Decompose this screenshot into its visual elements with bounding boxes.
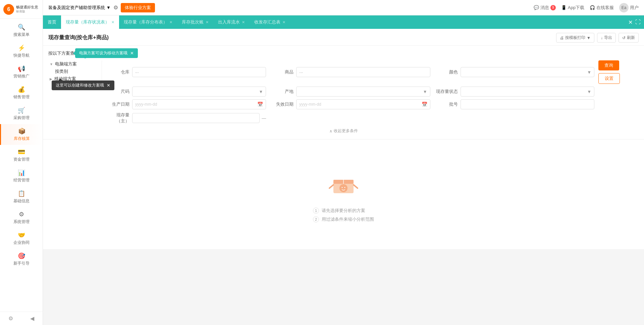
tab-home[interactable]: 首页 [43, 15, 61, 29]
empty-step-1: 1 请先选择要分析的方案 [313, 208, 374, 214]
sidebar-item-sales-label: 销售管理 [13, 94, 30, 100]
sidebar-item-sales[interactable]: 💰 销售管理 [0, 83, 43, 103]
sidebar-item-search-menu[interactable]: 🔍 搜索菜单 [0, 20, 43, 41]
system-selector[interactable]: 装备及固定资产辅助管理系统 ▼ [48, 5, 111, 11]
tooltip1-close-icon[interactable]: ✕ [130, 51, 134, 56]
tab-inventory-batch-close[interactable]: ✕ [206, 20, 209, 24]
sidebar-item-purchase[interactable]: 🛒 采购管理 [0, 103, 43, 124]
reset-button[interactable]: 设置 [598, 73, 620, 84]
sidebar-item-enterprise[interactable]: 🤝 企业协同 [0, 228, 43, 249]
product-ellipsis-icon: ··· [299, 70, 303, 75]
user-item[interactable]: Ea 用户 [619, 3, 639, 12]
size-select[interactable]: ▼ [132, 87, 266, 97]
sales-icon: 💰 [18, 86, 25, 93]
header-right: 💬 消息 9 📱 App下载 🎧 在线客服 Ea 用户 [534, 3, 639, 12]
stock-qty-from[interactable] [132, 113, 260, 123]
newbie-icon: 🎯 [18, 252, 25, 260]
produce-date-from[interactable]: yyyy-mm-dd 📅 [132, 99, 266, 109]
sidebar-item-quick-nav[interactable]: ⚡ 快捷导航 [0, 41, 43, 62]
chevron-down-origin: ▼ [423, 89, 427, 94]
app-download-item[interactable]: 📱 App下载 [561, 5, 584, 11]
calendar-icon-expire[interactable]: 📅 [422, 102, 427, 107]
export-label: 导出 [604, 35, 612, 41]
product-input[interactable]: ··· [296, 67, 430, 77]
system-icon: ⚙ [19, 211, 24, 218]
sidebar-item-marketing[interactable]: 📢 营销推广 [0, 62, 43, 83]
tab-recv-send-summary-close[interactable]: ✕ [282, 20, 285, 24]
stock-status-select[interactable]: ▼ [461, 87, 594, 97]
tab-inventory-status[interactable]: 现存量（库存状况表） ✕ [61, 15, 119, 29]
tooltip2-close-icon[interactable]: ✕ [107, 83, 110, 88]
filter-row-size: 尺码 ▼ [106, 87, 266, 97]
notification-badge: 9 [550, 5, 556, 10]
notification-item[interactable]: 💬 消息 9 [534, 5, 556, 11]
phone-icon: 📱 [561, 5, 567, 10]
tab-recv-send-summary[interactable]: 收发存汇总表 ✕ [250, 15, 290, 29]
warehouse-label: 仓库 [106, 69, 129, 75]
origin-select[interactable]: ▼ [296, 87, 430, 97]
user-avatar: Ea [619, 3, 629, 12]
sidebar-item-inventory[interactable]: 📦 库存核算 [0, 124, 43, 145]
chevron-down-color: ▼ [587, 70, 591, 75]
sidebar-collapse-icon[interactable]: ◀ [30, 315, 34, 322]
search-menu-icon: 🔍 [18, 23, 25, 31]
sidebar-item-finance[interactable]: 💳 资金管理 [0, 145, 43, 166]
expire-date-label: 失效日期 [270, 101, 293, 107]
svg-line-7 [354, 185, 358, 188]
tree-item-desktop[interactable]: ▼ 电脑端方案 [48, 60, 99, 68]
user-label: 用户 [630, 5, 639, 11]
refresh-button[interactable]: ↺ 刷新 [619, 33, 639, 43]
export-button[interactable]: ↓ 导出 [597, 33, 616, 43]
app-download-label: App下载 [568, 5, 584, 11]
tab-inventory-status-close[interactable]: ✕ [111, 20, 114, 24]
tab-inventory-status-label: 现存量（库存状况表） [66, 19, 109, 25]
header-settings-icon[interactable]: ⚙ [113, 4, 118, 11]
filter-area: 按以下方案查询 + ○ « 电脑方案可设为移动方案哦 ✕ ▼ 电脑 [43, 46, 644, 140]
empty-steps: 1 请先选择要分析的方案 2 用过滤条件来缩小分析范围 [313, 208, 374, 222]
filter-header: 按以下方案查询 + ○ « 电脑方案可设为移动方案哦 ✕ [48, 50, 639, 57]
empty-step-2: 2 用过滤条件来缩小分析范围 [313, 216, 374, 222]
template-print-button[interactable]: 🖨 按模板打印 ▼ [556, 33, 594, 43]
sidebar-settings-icon[interactable]: ⚙ [8, 315, 13, 322]
tab-inout-flow[interactable]: 出入库流水 ✕ [213, 15, 250, 29]
industry-plan-button[interactable]: 体验行业方案 [121, 3, 155, 12]
tab-inventory-batch[interactable]: 库存批次账 ✕ [177, 15, 213, 29]
template-print-label: 按模板打印 [565, 35, 585, 41]
quick-nav-icon: ⚡ [18, 44, 25, 52]
step-2-num: 2 [313, 216, 319, 222]
finance-icon: 💳 [18, 148, 25, 156]
step-1-num: 1 [313, 208, 319, 214]
calendar-icon-from[interactable]: 📅 [257, 102, 263, 107]
query-reset-column: 查询 设置 [598, 60, 639, 84]
filter-row-warehouse: 仓库 ··· [106, 67, 266, 77]
sidebar-item-basics[interactable]: 📋 基础信息 [0, 186, 43, 207]
page-content: 现存量查询(按仓库+商品) 🖨 按模板打印 ▼ ↓ 导出 ↺ 刷新 [43, 29, 644, 325]
svg-point-4 [342, 187, 343, 188]
sidebar-item-newbie[interactable]: 🎯 新手引导 [0, 249, 43, 270]
tab-inventory-dist-close[interactable]: ✕ [169, 20, 172, 24]
origin-label: 产地 [270, 89, 293, 95]
tab-inout-flow-close[interactable]: ✕ [242, 20, 245, 24]
tab-inventory-dist[interactable]: 现存量（库存分布表） ✕ [119, 15, 177, 29]
sidebar-item-marketing-label: 营销推广 [13, 73, 30, 79]
online-service-item[interactable]: 🎧 在线客服 [590, 5, 614, 11]
warehouse-input[interactable]: ··· [132, 67, 266, 77]
sidebar-item-system[interactable]: ⚙ 系统管理 [0, 207, 43, 228]
batch-input[interactable] [461, 99, 594, 109]
page-header: 现存量查询(按仓库+商品) 🖨 按模板打印 ▼ ↓ 导出 ↺ 刷新 [43, 29, 644, 46]
scheme-tree: ▼ 电脑端方案 按类别 ▶ 移动端方案 这里可以创建和修改方案哦 ✕ [48, 60, 102, 83]
tab-fullscreen-icon[interactable]: ⛶ [635, 19, 641, 25]
marketing-icon: 📢 [18, 65, 25, 72]
tooltip2-text: 这里可以创建和修改方案哦 [56, 83, 104, 88]
enterprise-icon: 🤝 [18, 231, 25, 239]
tree-item-category[interactable]: 按类别 [48, 68, 99, 75]
tab-close-all-icon[interactable]: ✕ [628, 19, 633, 25]
svg-point-3 [339, 184, 347, 192]
sidebar-item-operations[interactable]: 📊 经营管理 [0, 166, 43, 186]
collapse-button[interactable]: ∧ 收起更多条件 [329, 128, 358, 134]
query-button[interactable]: 查询 [598, 60, 619, 70]
color-select[interactable]: ▼ [461, 67, 594, 77]
sidebar-item-operations-label: 经营管理 [13, 177, 30, 183]
expire-date-from[interactable]: yyyy-mm-dd 📅 [296, 99, 430, 109]
stock-status-label: 现存量状态 [434, 89, 458, 95]
